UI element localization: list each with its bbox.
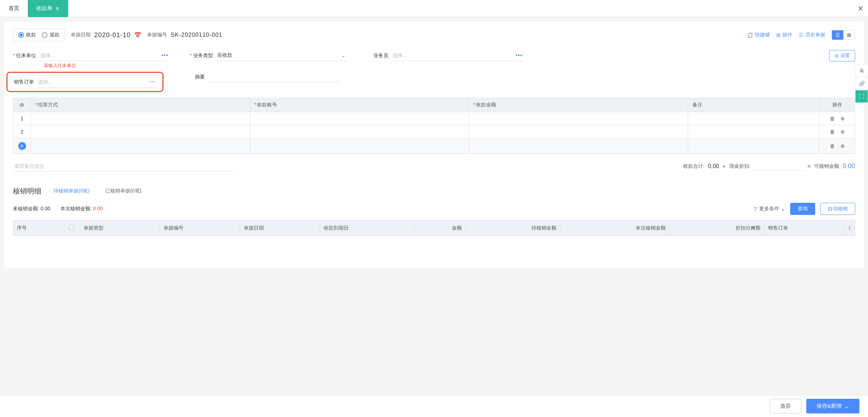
col-duedate: 收款到期日 bbox=[320, 220, 415, 236]
history-label: 历史单据 bbox=[805, 32, 825, 38]
summary-input-wrap[interactable] bbox=[208, 72, 340, 82]
operate-link[interactable]: ⊞ 操作 bbox=[776, 32, 792, 38]
summary-input[interactable] bbox=[209, 74, 339, 80]
cell-settle[interactable] bbox=[31, 125, 250, 139]
summary-field: 摘要 bbox=[183, 72, 340, 82]
summary-row: 收款合计: 0.00 + 现金折扣: = 可核销金额 0.00 bbox=[13, 161, 855, 171]
chevron-down-icon: ⌄ bbox=[781, 206, 785, 212]
tab-current[interactable]: 收款单 ✕ bbox=[28, 0, 68, 17]
unit-input-wrap[interactable]: ••• bbox=[39, 50, 170, 61]
view-list-button[interactable]: ☰ bbox=[832, 30, 843, 40]
cell-remark[interactable] bbox=[688, 112, 819, 125]
tab-home[interactable]: 首页 bbox=[0, 0, 28, 17]
col-remark: 备注 bbox=[688, 98, 819, 112]
kx-tab-pending[interactable]: 待核销单据(0笔) bbox=[50, 186, 93, 196]
delete-icon[interactable]: 🗑 bbox=[830, 116, 835, 121]
biztype-select[interactable]: 应收款 ⌄ bbox=[216, 50, 347, 61]
pending-amt-label: 未核销金额: bbox=[13, 206, 39, 211]
col-discount-share: 折扣分摊额 bbox=[670, 220, 764, 236]
query-button[interactable]: 查询 bbox=[790, 203, 815, 215]
more-conditions-button[interactable]: ▽ 更多条件 ⌄ bbox=[753, 206, 785, 212]
row-number: 1 bbox=[13, 112, 31, 125]
close-all-icon[interactable]: ✕ bbox=[858, 4, 864, 13]
cell-remark[interactable] bbox=[688, 125, 819, 139]
doc-date-value[interactable]: 2020-01-10 bbox=[94, 31, 131, 39]
table-row: 1 🗑⊕ bbox=[13, 112, 855, 125]
shortcut-link[interactable]: 📋 快捷键 bbox=[747, 32, 770, 38]
cell-account[interactable] bbox=[250, 112, 469, 125]
table-row: 2 🗑⊕ bbox=[13, 125, 855, 139]
auto-verify-button[interactable]: 自动核销 bbox=[820, 203, 855, 215]
dock-link-icon[interactable]: 🔗 bbox=[855, 77, 868, 90]
filter-icon: ▽ bbox=[753, 206, 757, 212]
radio-refund[interactable]: 退款 bbox=[42, 32, 60, 38]
biztype-label: *业务类型 bbox=[190, 52, 213, 59]
form-row-2: 销售订单 ••• 摘要 bbox=[13, 72, 855, 92]
copy-row-icon[interactable]: ⊕ bbox=[841, 129, 845, 135]
col-pending-amt: 待核销金额 bbox=[466, 220, 560, 236]
header-actions: 📋 快捷键 ⊞ 操作 ☰ 历史单据 ☰ ⊞ bbox=[747, 30, 855, 40]
pending-amt-value: 0.00 bbox=[41, 206, 50, 211]
salesman-label: 业务员 bbox=[367, 52, 388, 59]
operate-label: 操作 bbox=[782, 32, 792, 38]
copy-row-icon[interactable]: ⊕ bbox=[841, 116, 845, 121]
table-gear-header[interactable]: ⚙ bbox=[13, 98, 31, 112]
remark-input[interactable] bbox=[13, 161, 234, 171]
cell-settle[interactable] bbox=[31, 112, 250, 125]
unit-error-text: 请输入往来单位 bbox=[44, 62, 170, 69]
table-add-row: + 🗑⊕ bbox=[13, 139, 855, 154]
ellipsis-icon[interactable]: ••• bbox=[515, 52, 523, 59]
salesman-input-wrap[interactable]: ••• bbox=[391, 50, 524, 61]
copy-row-icon[interactable]: ⊕ bbox=[841, 143, 845, 149]
this-amt-value: 0.00 bbox=[93, 206, 103, 211]
dock-expand-icon[interactable]: ⛶ bbox=[855, 90, 868, 103]
kx-tab-done[interactable]: 已核销单据(0笔) bbox=[102, 186, 145, 196]
radio-receive[interactable]: 收款 bbox=[18, 32, 36, 38]
summary-label: 摘要 bbox=[183, 74, 205, 80]
ellipsis-icon[interactable]: ••• bbox=[161, 52, 168, 59]
clipboard-icon: 📋 bbox=[747, 32, 753, 38]
cell-amount[interactable] bbox=[469, 125, 688, 139]
doc-num-value: SK-20200110-001 bbox=[171, 32, 222, 38]
col-account: *收款账号 bbox=[250, 98, 469, 112]
salesman-field: 业务员 ••• bbox=[367, 50, 524, 61]
dock-print-icon[interactable]: 🖶 bbox=[855, 64, 868, 77]
col-settle: *结算方式 bbox=[31, 98, 250, 112]
biztype-value: 应收款 bbox=[217, 52, 341, 59]
close-icon[interactable]: ✕ bbox=[55, 6, 60, 11]
col-doctype: 单据类型 bbox=[80, 220, 160, 236]
pending-amt-group: 未核销金额: 0.00 bbox=[13, 206, 50, 212]
col-operate: 操作 bbox=[819, 98, 855, 112]
tabs-bar: 首页 收款单 ✕ ✕ bbox=[0, 0, 868, 17]
add-row-button[interactable]: + bbox=[18, 142, 26, 150]
salesorder-input-wrap[interactable]: ••• bbox=[37, 76, 157, 87]
ellipsis-icon[interactable]: ••• bbox=[149, 79, 156, 85]
gear-icon: ⚙ bbox=[20, 102, 24, 108]
checkbox-icon[interactable] bbox=[69, 225, 75, 230]
cell-account[interactable] bbox=[250, 125, 469, 139]
radio-receive-label: 收款 bbox=[26, 32, 36, 38]
unit-input[interactable] bbox=[40, 52, 161, 58]
delete-icon[interactable]: 🗑 bbox=[830, 129, 835, 135]
salesorder-label: 销售订单 bbox=[12, 79, 34, 85]
chevron-down-icon[interactable]: ⌄ bbox=[341, 52, 345, 58]
col-checkbox[interactable] bbox=[64, 220, 80, 236]
settings-button[interactable]: ⚙ 设置 bbox=[829, 50, 855, 61]
history-link[interactable]: ☰ 历史单据 bbox=[799, 32, 825, 38]
delete-icon[interactable]: 🗑 bbox=[830, 143, 835, 149]
row-number: 2 bbox=[13, 125, 31, 139]
salesorder-input[interactable] bbox=[38, 79, 149, 85]
view-card-button[interactable]: ⊞ bbox=[843, 30, 855, 40]
side-dock: 🖶 🔗 ⛶ bbox=[855, 64, 868, 103]
plus-sign: + bbox=[723, 164, 726, 169]
cell-amount[interactable] bbox=[469, 112, 688, 125]
calendar-icon[interactable]: 📅 bbox=[134, 32, 141, 39]
kx-info-row: 未核销金额: 0.00 本次核销金额: 0.00 ▽ 更多条件 ⌄ 查询 自动核… bbox=[13, 203, 855, 215]
col-sort[interactable]: ▲▼ bbox=[844, 220, 855, 236]
kx-amount-label: 可核销金额 bbox=[814, 163, 839, 170]
receipt-type-radio-group: 收款 退款 bbox=[13, 29, 65, 41]
salesman-input[interactable] bbox=[393, 52, 515, 58]
doc-date-group: 单据日期 2020-01-10 📅 bbox=[71, 31, 141, 39]
cash-discount-input[interactable] bbox=[754, 162, 804, 171]
col-amount: *收款金额 bbox=[469, 98, 688, 112]
